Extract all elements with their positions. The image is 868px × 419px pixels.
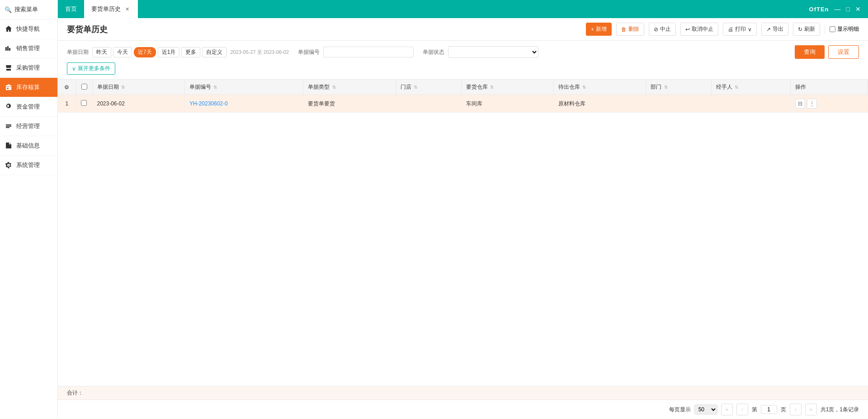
sidebar-item-sales[interactable]: 销售管理 [0,39,57,58]
row-checkbox[interactable] [76,95,92,113]
th-date[interactable]: 单据日期 ⇅ [92,80,184,95]
expand-conditions-button[interactable]: ∨ 展开更多条件 [67,62,115,75]
summary-bar: 合计： [58,386,868,400]
status-filter-group: 单据状态 [423,46,538,58]
sidebar-item-operations[interactable]: 经营管理 [0,117,57,136]
tab-requisition-history-label: 要货单历史 [91,5,121,13]
row-select-checkbox[interactable] [81,100,87,106]
th-handler[interactable]: 经手人 ⇅ [712,80,791,95]
date-btn-more[interactable]: 更多 [181,47,200,57]
stop-button[interactable]: ⊘ 中止 [649,23,676,36]
sidebar-search[interactable]: 🔍 搜索菜单 [0,0,57,19]
sidebar-item-system[interactable]: 系统管理 [0,156,57,175]
minimize-icon[interactable]: — [835,5,841,13]
th-handler-label: 经手人 [716,84,732,90]
sidebar-item-finance[interactable]: 资金管理 [0,97,57,117]
prev-page-button[interactable]: ‹ [736,404,748,415]
display-detail-checkbox[interactable]: 显示明细 [830,25,859,33]
more-icon: ⋮ [809,100,815,107]
sidebar-item-inventory[interactable]: 库存核算 [0,78,57,97]
th-action: 操作 [790,80,868,95]
page-size-select[interactable]: 10 20 50 100 [694,405,717,414]
sidebar-item-purchase[interactable]: 采购管理 [0,58,57,78]
next-page-button[interactable]: › [790,404,802,415]
sidebar-item-basic[interactable]: 基础信息 [0,136,57,156]
sort-date-icon: ⇅ [121,85,125,90]
bill-no-link[interactable]: YH-20230602-0 [189,100,228,107]
th-department-label: 部门 [651,84,661,90]
shop-icon [5,64,13,72]
row-pending-warehouse: 原材料仓库 [553,95,646,113]
sort-store-icon: ⇅ [414,85,417,90]
export-button[interactable]: ↗ 导出 [761,23,788,36]
date-btn-1month[interactable]: 近1月 [158,47,180,57]
table-row[interactable]: 1 2023-06-02 YH-20230602-0 要货单要货 车间库 原材料… [58,95,868,113]
th-req-warehouse[interactable]: 要货仓库 ⇅ [461,80,553,95]
status-select[interactable] [448,46,538,58]
more-action-button[interactable]: ⋮ [807,99,817,109]
view-action-button[interactable]: ⊟ [795,99,805,109]
bill-no-label: 单据编号 [298,48,320,56]
home-icon [5,25,13,33]
refresh-icon: ↻ [798,26,802,33]
sort-bill-type-icon: ⇅ [332,85,336,90]
tab-home-label: 首页 [65,5,77,13]
print-icon: 🖨 [728,26,733,33]
settings-icon [5,161,13,169]
th-settings[interactable]: ⚙ [58,80,76,95]
table-area: ⚙ 单据日期 ⇅ 单据编号 ⇅ 单据类型 ⇅ [58,80,868,386]
date-filter-group: 单据日期 昨天 今天 近7天 近1月 更多 自定义 2023-05-27 至 2… [67,47,289,57]
th-date-label: 单据日期 [97,84,119,90]
select-all-checkbox[interactable] [81,84,87,90]
sidebar-item-label: 采购管理 [16,64,40,72]
cancel-icon: ↩ [685,26,690,33]
maximize-icon[interactable]: □ [846,5,850,13]
th-checkbox[interactable] [76,80,92,95]
trash-icon: 🗑 [621,26,627,33]
display-detail-input[interactable] [830,26,835,32]
sidebar-item-quick-nav[interactable]: 快捷导航 [0,19,57,39]
th-pending-warehouse[interactable]: 待出仓库 ⇅ [553,80,646,95]
bill-no-input[interactable] [323,47,414,57]
new-label: 新增 [596,25,607,33]
tab-close-icon[interactable]: ✕ [123,5,131,13]
th-store[interactable]: 门店 ⇅ [396,80,461,95]
cancel-stop-label: 取消中止 [692,25,713,33]
th-store-label: 门店 [401,84,411,90]
print-label: 打印 [735,25,746,33]
date-range-display: 2023-05-27 至 2023-06-02 [230,49,289,56]
refresh-button[interactable]: ↻ 刷新 [793,23,820,36]
print-button[interactable]: 🖨 打印 ∨ [723,23,757,36]
tab-requisition-history[interactable]: 要货单历史 ✕ [84,0,138,18]
row-bill-no[interactable]: YH-20230602-0 [184,95,303,113]
column-settings-icon[interactable]: ⚙ [64,84,69,90]
first-page-button[interactable]: « [721,404,733,415]
th-bill-type[interactable]: 单据类型 ⇅ [303,80,396,95]
th-department[interactable]: 部门 ⇅ [646,80,712,95]
sort-department-icon: ⇅ [664,85,668,90]
date-btn-today[interactable]: 今天 [113,47,132,57]
bill-no-filter-group: 单据编号 [298,47,414,57]
query-button[interactable]: 查询 [795,45,825,59]
date-btn-yesterday[interactable]: 昨天 [92,47,111,57]
new-button[interactable]: + 新增 [586,23,612,36]
filter-row-1: 单据日期 昨天 今天 近7天 近1月 更多 自定义 2023-05-27 至 2… [67,45,859,59]
sort-pending-warehouse-icon: ⇅ [582,85,586,90]
plus-icon: + [591,26,594,33]
table-header-row: ⚙ 单据日期 ⇅ 单据编号 ⇅ 单据类型 ⇅ [58,80,868,95]
last-page-button[interactable]: » [805,404,817,415]
export-label: 导出 [773,25,783,33]
sidebar-item-label: 库存核算 [16,83,40,91]
date-btn-custom[interactable]: 自定义 [202,47,226,57]
cancel-stop-button[interactable]: ↩ 取消中止 [680,23,718,36]
delete-button[interactable]: 🗑 删除 [616,23,644,36]
page-title: 要货单历史 [67,24,586,35]
document-icon [5,142,13,150]
window-close-icon[interactable]: ✕ [855,5,861,13]
page-number-input[interactable] [761,405,777,414]
date-btn-7days[interactable]: 近7天 [134,47,156,57]
toolbar: + 新增 🗑 删除 ⊘ 中止 ↩ 取消中止 🖨 打印 ∨ ↗ 导 [586,23,859,36]
tab-home[interactable]: 首页 [58,0,84,18]
settings-button[interactable]: 设置 [828,45,859,59]
th-bill-no[interactable]: 单据编号 ⇅ [184,80,303,95]
